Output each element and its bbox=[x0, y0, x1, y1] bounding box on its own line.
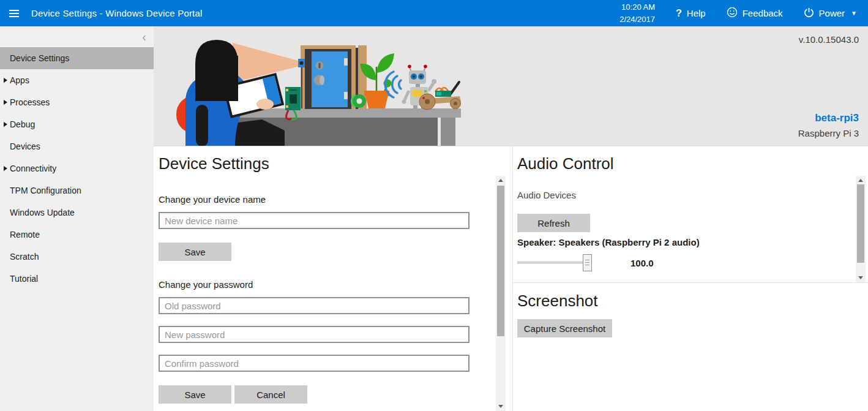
scrollbar-down-icon[interactable] bbox=[498, 405, 503, 408]
power-caret-icon: ▼ bbox=[851, 10, 857, 17]
page-title: Device Settings - Windows Device Portal bbox=[31, 8, 203, 18]
sidebar-item-label: Tutorial bbox=[10, 274, 38, 284]
hamburger-menu-icon[interactable] bbox=[9, 8, 19, 19]
speaker-volume-slider[interactable] bbox=[517, 254, 591, 272]
sidebar-item-label: Apps bbox=[10, 75, 29, 85]
banner: v.10.0.15043.0 beta-rpi3 Raspberry Pi 3 bbox=[154, 26, 868, 146]
feedback-smiley-icon bbox=[727, 7, 738, 20]
sidebar-item-windows-update[interactable]: Windows Update bbox=[0, 202, 154, 224]
sidebar-item-label: Debug bbox=[10, 119, 35, 129]
sidebar-item-tutorial[interactable]: Tutorial bbox=[0, 268, 154, 290]
sidebar-item-label: Devices bbox=[10, 141, 40, 151]
device-name: beta-rpi3 bbox=[798, 112, 859, 124]
sidebar-nav: ‹ Device Settings Apps Processes Debug D… bbox=[0, 26, 154, 411]
cancel-password-button[interactable]: Cancel bbox=[234, 385, 307, 404]
audio-control-panel: Audio Control Audio Devices Refresh Spea… bbox=[513, 146, 868, 283]
sidebar-item-label: Remote bbox=[10, 230, 40, 239]
expand-arrow-icon bbox=[4, 100, 7, 105]
sidebar-item-processes[interactable]: Processes bbox=[0, 91, 154, 113]
sidebar-item-label: Windows Update bbox=[10, 208, 75, 217]
refresh-audio-button[interactable]: Refresh bbox=[517, 214, 590, 232]
header-actions: 10:20 AM 2/24/2017 ? Help Feedback bbox=[619, 1, 868, 25]
sidebar-items: Device Settings Apps Processes Debug Dev… bbox=[0, 47, 154, 290]
device-settings-panel: Device Settings Change your device name … bbox=[154, 146, 512, 411]
audio-scrollbar[interactable] bbox=[856, 176, 866, 282]
new-device-name-input[interactable] bbox=[159, 212, 470, 229]
password-label: Change your password bbox=[159, 279, 512, 290]
clock-date: 2/24/2017 bbox=[619, 13, 655, 26]
scrollbar-down-icon[interactable] bbox=[858, 276, 863, 279]
sidebar-item-devices[interactable]: Devices bbox=[0, 135, 154, 157]
slider-thumb-grip-icon bbox=[585, 260, 589, 266]
expand-arrow-icon bbox=[4, 78, 7, 83]
sidebar-item-apps[interactable]: Apps bbox=[0, 69, 154, 91]
speaker-volume-value: 100.0 bbox=[630, 258, 654, 268]
expand-arrow-icon bbox=[4, 166, 7, 171]
scrollbar-up-icon[interactable] bbox=[858, 179, 863, 182]
clock: 10:20 AM 2/24/2017 bbox=[619, 1, 655, 25]
sidebar-item-label: TPM Configuration bbox=[10, 186, 81, 195]
help-icon: ? bbox=[676, 8, 682, 19]
device-name-label: Change your device name bbox=[159, 194, 512, 205]
sidebar-collapse-chevron[interactable]: ‹ bbox=[0, 26, 154, 47]
screenshot-title: Screenshot bbox=[517, 292, 868, 310]
audio-control-title: Audio Control bbox=[517, 154, 868, 173]
scrollbar-up-icon[interactable] bbox=[498, 179, 503, 182]
sidebar-item-label: Device Settings bbox=[10, 53, 69, 63]
sidebar-item-label: Processes bbox=[10, 97, 50, 107]
power-button[interactable]: Power ▼ bbox=[804, 7, 857, 20]
sidebar-item-remote[interactable]: Remote bbox=[0, 224, 154, 246]
help-button[interactable]: ? Help bbox=[676, 8, 706, 19]
sidebar-item-label: Connectivity bbox=[10, 164, 56, 173]
screenshot-panel: Screenshot Capture Screenshot bbox=[513, 283, 868, 337]
feedback-button[interactable]: Feedback bbox=[727, 7, 783, 20]
save-device-name-button[interactable]: Save bbox=[159, 243, 231, 261]
sidebar-item-connectivity[interactable]: Connectivity bbox=[0, 157, 154, 179]
sidebar-item-debug[interactable]: Debug bbox=[0, 113, 154, 135]
slider-thumb[interactable] bbox=[583, 254, 592, 271]
audio-devices-label: Audio Devices bbox=[517, 190, 868, 200]
scrollbar-thumb[interactable] bbox=[857, 184, 864, 263]
old-password-input[interactable] bbox=[159, 297, 470, 314]
sidebar-item-scratch[interactable]: Scratch bbox=[0, 246, 154, 268]
scrollbar-thumb[interactable] bbox=[497, 186, 504, 336]
device-model: Raspberry Pi 3 bbox=[798, 128, 859, 138]
app-header: Device Settings - Windows Device Portal … bbox=[0, 0, 868, 26]
clock-time: 10:20 AM bbox=[619, 1, 655, 13]
device-settings-scrollbar[interactable] bbox=[496, 176, 506, 411]
expand-arrow-icon bbox=[4, 122, 7, 127]
os-version: v.10.0.15043.0 bbox=[799, 34, 859, 45]
banner-illustration bbox=[173, 26, 461, 146]
sidebar-item-tpm-configuration[interactable]: TPM Configuration bbox=[0, 179, 154, 202]
confirm-password-input[interactable] bbox=[159, 355, 470, 372]
sidebar-item-label: Scratch bbox=[10, 252, 39, 262]
save-password-button[interactable]: Save bbox=[159, 385, 231, 404]
new-password-input[interactable] bbox=[159, 326, 470, 343]
device-settings-title: Device Settings bbox=[159, 154, 512, 173]
power-icon bbox=[804, 7, 814, 20]
capture-screenshot-button[interactable]: Capture Screenshot bbox=[517, 319, 612, 337]
sidebar-item-device-settings[interactable]: Device Settings bbox=[0, 47, 154, 69]
slider-track[interactable] bbox=[517, 262, 591, 264]
speaker-device-label: Speaker: Speakers (Raspberry Pi 2 audio) bbox=[517, 237, 868, 247]
